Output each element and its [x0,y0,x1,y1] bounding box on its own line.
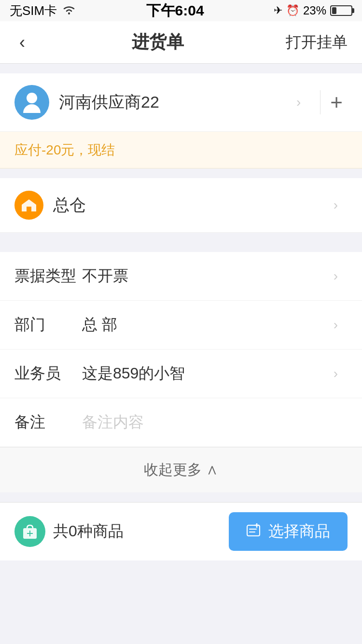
back-button[interactable]: ‹ [14,28,30,57]
notice-text: 应付-20元，现结 [14,142,115,157]
invoice-row[interactable]: 票据类型 不开票 › [0,252,362,301]
warehouse-chevron-icon: › [334,197,338,213]
supplier-chevron-icon: › [296,95,301,110]
dept-chevron-icon: › [334,317,338,333]
collapse-label: 收起更多 ∧ [144,460,218,480]
add-supplier-button[interactable]: + [325,92,348,113]
avatar-icon [22,93,42,112]
open-pending-button[interactable]: 打开挂单 [286,32,348,53]
notice-row: 应付-20元，现结 [0,132,362,168]
battery-percent: 23% [303,4,326,17]
carrier-text: 无SIM卡 [10,2,57,19]
select-product-button[interactable]: 选择商品 [229,512,348,551]
remark-row[interactable]: 备注 备注内容 [0,398,362,447]
status-bar: 无SIM卡 下午6:04 ✈ ⏰ 23% [0,0,362,21]
section-divider-2 [0,233,362,242]
remark-input[interactable]: 备注内容 [82,412,348,433]
warehouse-row[interactable]: 总仓 › [0,178,362,233]
warehouse-icon [14,191,43,220]
supplier-name: 河南供应商22 [59,91,296,113]
dept-label: 部门 [14,314,82,336]
battery-icon [330,5,352,16]
nav-bar: ‹ 进货单 打开挂单 [0,21,362,64]
invoice-value: 不开票 [82,266,334,287]
select-product-icon [246,523,263,540]
product-count-wrap: 共0种商品 [14,516,124,547]
section-divider-1 [0,168,362,178]
wifi-icon [62,3,76,18]
alarm-icon: ⏰ [286,4,299,17]
product-count-text: 共0种商品 [53,521,124,542]
top-divider [0,64,362,73]
svg-rect-1 [27,207,31,211]
warehouse-name: 总仓 [53,194,334,216]
dept-row[interactable]: 部门 总 部 › [0,301,362,350]
location-icon: ✈ [274,4,282,17]
supplier-section: 河南供应商22 › + 应付-20元，现结 [0,73,362,168]
svg-point-0 [68,13,70,14]
product-bag-icon [14,516,45,547]
remark-label: 备注 [14,412,82,433]
status-left: 无SIM卡 [10,2,76,19]
status-right: ✈ ⏰ 23% [274,4,352,17]
supplier-avatar [14,85,49,120]
staff-chevron-icon: › [334,366,338,381]
svg-rect-5 [247,525,260,536]
staff-value: 这是859的小智 [82,363,334,384]
page-title: 进货单 [132,30,184,54]
collapse-row[interactable]: 收起更多 ∧ [0,447,362,492]
select-product-label: 选择商品 [268,521,330,542]
supplier-row[interactable]: 河南供应商22 › + [0,73,362,132]
staff-row[interactable]: 业务员 这是859的小智 › [0,350,362,398]
invoice-chevron-icon: › [334,268,338,284]
vertical-divider [320,90,320,114]
form-section: 票据类型 不开票 › 部门 总 部 › 业务员 这是859的小智 › 备注 备注… [0,252,362,492]
page-background [0,560,362,644]
invoice-label: 票据类型 [14,266,82,287]
time-display: 下午6:04 [146,1,204,21]
staff-label: 业务员 [14,363,82,384]
dept-value: 总 部 [82,314,334,336]
bottom-bar: 共0种商品 选择商品 [0,502,362,560]
